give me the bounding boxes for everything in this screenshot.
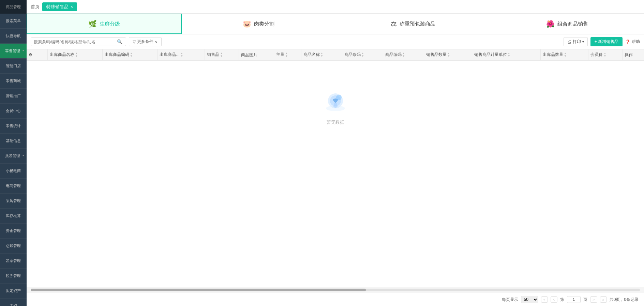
sidebar-item-inventory[interactable]: 库存核算 bbox=[0, 209, 27, 224]
sidebar-item-invoice-mgmt[interactable]: 发票管理 bbox=[0, 254, 27, 269]
sort-icon-sale-item: ▲▼ bbox=[220, 52, 223, 58]
table-container: ⚙出库商品名称▲▼出库商品编码▲▼出库商品…▲▼销售品▲▼商品图片主量▲▼商品名… bbox=[27, 49, 644, 287]
page-number-input[interactable] bbox=[567, 296, 581, 303]
cat-tab-weight-package[interactable]: ⚖称重预包装商品 bbox=[336, 14, 490, 34]
sort-icon-sale-unit: ▲▼ bbox=[508, 52, 510, 58]
help-button[interactable]: ❓ 帮助 bbox=[625, 39, 640, 45]
cat-tab-icon-combo-sales: 🌺 bbox=[546, 20, 555, 28]
sidebar-item-label: 零售管理 bbox=[3, 48, 23, 53]
col-header-member-price[interactable]: 会员价▲▼ bbox=[588, 49, 623, 61]
sort-icon-product-code: ▲▼ bbox=[402, 52, 405, 58]
help-label: 帮助 bbox=[632, 39, 640, 45]
sidebar-item-label: 税务管理 bbox=[6, 273, 21, 278]
col-header-sale-unit[interactable]: 销售商品计量单位▲▼ bbox=[472, 49, 540, 61]
print-button[interactable]: 🖨 打印 ▾ bbox=[564, 37, 588, 46]
col-header-out-spec[interactable]: 出库商品…▲▼ bbox=[157, 49, 205, 61]
sidebar-item-fixed-assets[interactable]: 固定资产 bbox=[0, 284, 27, 299]
col-header-out-code[interactable]: 出库商品编码▲▼ bbox=[103, 49, 158, 61]
sidebar-item-quick-nav[interactable]: 快捷导航 bbox=[0, 29, 27, 44]
filter-icon: ▽ bbox=[133, 40, 136, 44]
prev-page-button[interactable]: < bbox=[551, 296, 557, 303]
last-page-button[interactable]: » bbox=[600, 296, 607, 303]
col-header-product-code[interactable]: 商品编码▲▼ bbox=[383, 49, 424, 61]
scrollbar-thumb[interactable] bbox=[31, 289, 366, 291]
pagination: 每页显示 102050100 « < 第 页 > » 共0页，0条记录 bbox=[27, 293, 644, 306]
per-page-select[interactable]: 102050100 bbox=[521, 296, 538, 303]
sidebar-item-wholesale-mgmt[interactable]: 批发管理▾ bbox=[0, 149, 27, 164]
sidebar-item-label: 基础信息 bbox=[6, 138, 21, 143]
cat-tab-icon-meat-cut: 🐷 bbox=[243, 20, 251, 28]
sort-icon-barcode: ▲▼ bbox=[361, 52, 364, 58]
sidebar-item-basic-info-retail[interactable]: 基础信息 bbox=[0, 134, 27, 149]
sidebar-item-label: 营销推广 bbox=[6, 93, 21, 98]
sidebar-item-purchase-mgmt[interactable]: 采购管理 bbox=[0, 194, 27, 209]
sidebar-item-member-center[interactable]: 会员中心 bbox=[0, 104, 27, 119]
col-header-gear: ⚙ bbox=[27, 49, 40, 61]
cat-tab-meat-cut[interactable]: 🐷肉类分割 bbox=[182, 14, 336, 34]
home-link[interactable]: 首页 bbox=[31, 4, 40, 10]
print-arrow: ▾ bbox=[582, 40, 584, 44]
sidebar-item-ledger-mgmt[interactable]: 总账管理 bbox=[0, 239, 27, 254]
col-header-action: 操作 bbox=[623, 49, 644, 61]
sidebar: 商品管理 搜索菜单快捷导航零售管理▾智慧门店零售商城营销推广会员中心零售统计基础… bbox=[0, 0, 27, 306]
empty-icon bbox=[322, 88, 349, 115]
cat-tab-fresh-grade[interactable]: 🌿生鲜分级 bbox=[27, 14, 182, 34]
page-label-pre: 第 bbox=[560, 297, 564, 303]
active-tab[interactable]: 特殊销售品 × bbox=[42, 2, 77, 11]
print-icon: 🖨 bbox=[567, 40, 571, 44]
sidebar-item-tax-mgmt[interactable]: 税务管理 bbox=[0, 269, 27, 284]
sidebar-item-xc-ecom[interactable]: 小畅电商 bbox=[0, 164, 27, 179]
sidebar-item-ecom-mgmt[interactable]: 电商管理 bbox=[0, 179, 27, 194]
products-table: ⚙出库商品名称▲▼出库商品编码▲▼出库商品…▲▼销售品▲▼商品图片主量▲▼商品名… bbox=[27, 49, 644, 61]
search-icon[interactable]: 🔍 bbox=[117, 39, 122, 44]
cat-tab-icon-fresh-grade: 🌿 bbox=[88, 20, 97, 28]
col-header-checkbox bbox=[40, 49, 48, 61]
cat-tab-combo-sales[interactable]: 🌺组合商品销售 bbox=[490, 14, 644, 34]
sidebar-item-label: 资金管理 bbox=[6, 228, 21, 233]
toolbar-right: 🖨 打印 ▾ + 新增销售品 ❓ 帮助 bbox=[564, 37, 640, 46]
table-header: ⚙出库商品名称▲▼出库商品编码▲▼出库商品…▲▼销售品▲▼商品图片主量▲▼商品名… bbox=[27, 49, 644, 61]
sidebar-item-label: 采购管理 bbox=[6, 198, 21, 203]
col-header-barcode[interactable]: 商品条码▲▼ bbox=[342, 49, 383, 61]
col-header-sale-item[interactable]: 销售品▲▼ bbox=[205, 49, 239, 61]
sidebar-item-marketing[interactable]: 营销推广 bbox=[0, 89, 27, 104]
horizontal-scrollbar[interactable] bbox=[31, 289, 640, 291]
add-product-button[interactable]: + 新增销售品 bbox=[590, 37, 623, 46]
col-header-weight[interactable]: 主量▲▼ bbox=[274, 49, 301, 61]
filter-label: 更多条件 bbox=[137, 39, 153, 45]
sidebar-item-smart-store[interactable]: 智慧门店 bbox=[0, 59, 27, 74]
sidebar-item-label: 快捷导航 bbox=[6, 33, 21, 38]
sort-icon-weight: ▲▼ bbox=[285, 52, 288, 58]
sidebar-item-finance-mgmt[interactable]: 资金管理 bbox=[0, 224, 27, 239]
sidebar-item-salary[interactable]: 工资 bbox=[0, 299, 27, 306]
print-label: 打印 bbox=[573, 39, 581, 45]
sort-icon-member-price: ▲▼ bbox=[603, 52, 606, 58]
search-box[interactable]: 🔍 bbox=[31, 37, 126, 46]
cat-tab-label-meat-cut: 肉类分割 bbox=[254, 21, 274, 27]
page-label: 页 bbox=[583, 297, 587, 303]
sidebar-item-retail-stats[interactable]: 零售统计 bbox=[0, 119, 27, 134]
col-header-out-qty[interactable]: 出库品数量▲▼ bbox=[541, 49, 588, 61]
col-header-out-name[interactable]: 出库商品名称▲▼ bbox=[48, 49, 103, 61]
cat-tab-label-fresh-grade: 生鲜分级 bbox=[100, 21, 120, 27]
search-input[interactable] bbox=[34, 40, 116, 44]
sort-icon-sale-qty: ▲▼ bbox=[447, 52, 450, 58]
page-content: 🌿生鲜分级🐷肉类分割⚖称重预包装商品🌺组合商品销售 🔍 ▽ 更多条件 ∨ 🖨 打… bbox=[27, 14, 644, 306]
active-tab-label: 特殊销售品 bbox=[46, 4, 69, 10]
sidebar-item-retail-mall[interactable]: 零售商城 bbox=[0, 74, 27, 89]
sidebar-item-search-menu[interactable]: 搜索菜单 bbox=[0, 14, 27, 29]
filter-button[interactable]: ▽ 更多条件 ∨ bbox=[129, 37, 162, 46]
col-header-product-name[interactable]: 商品名称▲▼ bbox=[301, 49, 342, 61]
sort-icon-out-code: ▲▼ bbox=[130, 52, 133, 58]
next-page-button[interactable]: > bbox=[590, 296, 597, 303]
sidebar-item-retail-mgmt[interactable]: 零售管理▾ bbox=[0, 44, 27, 59]
sort-icon-out-qty: ▲▼ bbox=[564, 52, 567, 58]
close-tab-button[interactable]: × bbox=[71, 4, 73, 9]
col-header-sale-qty[interactable]: 销售品数量▲▼ bbox=[424, 49, 472, 61]
cat-tab-icon-weight-package: ⚖ bbox=[391, 20, 397, 28]
sort-icon-out-name: ▲▼ bbox=[75, 52, 78, 58]
empty-state: 暂无数据 bbox=[27, 61, 644, 153]
first-page-button[interactable]: « bbox=[541, 296, 548, 303]
sidebar-item-label: 库存核算 bbox=[6, 213, 21, 218]
filter-arrow: ∨ bbox=[155, 40, 158, 44]
